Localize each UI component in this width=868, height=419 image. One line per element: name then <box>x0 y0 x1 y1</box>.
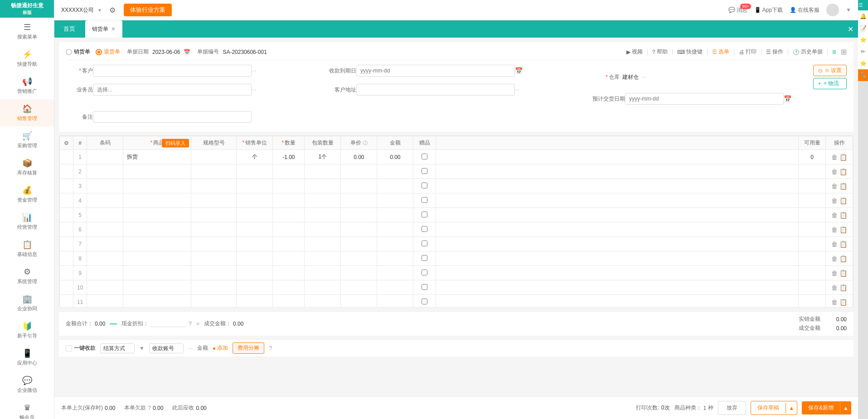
cell-gift[interactable] <box>413 150 436 164</box>
toolbar-action[interactable]: ☰ 操作 <box>766 48 783 56</box>
cell-pkgqty[interactable]: 1个 <box>305 150 341 164</box>
cell-spec[interactable] <box>191 208 237 222</box>
cell-price[interactable] <box>341 251 377 266</box>
price-info-icon[interactable]: ⓘ <box>363 140 368 145</box>
warehouse-dots[interactable]: ··· <box>641 74 646 80</box>
address-input[interactable] <box>356 84 515 96</box>
copy-row-icon[interactable]: 📋 <box>839 168 847 175</box>
payment-checkbox-box[interactable] <box>66 345 72 352</box>
sidebar-item-enterprise[interactable]: 🏢 企业协同 <box>0 289 54 317</box>
gift-checkbox[interactable] <box>422 270 427 275</box>
user-dropdown-arrow[interactable]: ▼ <box>846 7 851 13</box>
gift-checkbox[interactable] <box>422 212 427 217</box>
cell-gift[interactable] <box>413 251 436 266</box>
delete-row-icon[interactable]: 🗑 <box>831 255 838 262</box>
cell-gift[interactable] <box>413 164 436 179</box>
cell-qty[interactable] <box>273 295 305 308</box>
customer-input[interactable] <box>93 65 252 77</box>
cell-product[interactable] <box>123 193 191 208</box>
account-dots[interactable]: ··· <box>188 345 193 352</box>
sidebar-item-member[interactable]: ♛ 畅会员 <box>0 398 54 419</box>
delete-row-icon[interactable]: 🗑 <box>831 284 838 291</box>
cell-product[interactable] <box>123 295 191 308</box>
cell-qty[interactable] <box>273 251 305 266</box>
tab-home[interactable]: 首页 <box>54 20 84 38</box>
float-btn-itl[interactable]: Itl <box>858 0 868 10</box>
company-selector[interactable]: XXXXXX公司 ▼ <box>61 6 102 14</box>
cell-price[interactable] <box>341 295 377 308</box>
app-download-button[interactable]: 📱 App下载 <box>754 6 783 14</box>
cell-gift[interactable] <box>413 266 436 280</box>
cell-pkgqty[interactable] <box>305 193 341 208</box>
cell-spec[interactable] <box>191 295 237 308</box>
th-settings[interactable]: ⚙ <box>60 136 73 150</box>
delete-row-icon[interactable]: 🗑 <box>831 197 838 204</box>
gift-checkbox[interactable] <box>422 226 427 232</box>
toolbar-help[interactable]: ? 帮助 <box>652 48 668 56</box>
add-payment-button[interactable]: ● 添加 <box>213 344 228 352</box>
cell-unit[interactable] <box>237 222 273 237</box>
copy-row-icon[interactable]: 📋 <box>839 212 847 219</box>
cell-barcode[interactable] <box>87 150 123 164</box>
cell-price[interactable] <box>341 208 377 222</box>
delete-row-icon[interactable]: 🗑 <box>831 154 838 161</box>
cell-amount[interactable] <box>377 251 413 266</box>
cell-barcode[interactable] <box>87 237 123 251</box>
float-btn-edit[interactable]: ✏ <box>858 46 868 58</box>
gift-checkbox[interactable] <box>422 284 427 290</box>
online-support-button[interactable]: 👤 在线客服 <box>790 6 820 14</box>
cell-amount[interactable] <box>377 280 413 295</box>
delete-row-icon[interactable]: 🗑 <box>831 270 838 277</box>
cell-pkgqty[interactable] <box>305 179 341 193</box>
toolbar-shortcut[interactable]: ⌨ 快捷键 <box>677 48 703 56</box>
cell-pkgqty[interactable] <box>305 280 341 295</box>
toolbar-history[interactable]: 🕐 历史单据 <box>793 48 823 56</box>
abandon-button[interactable]: 放弃 <box>718 401 746 415</box>
sidebar-item-quick-nav[interactable]: ⚡ 快捷导航 <box>0 45 54 72</box>
sidebar-item-search[interactable]: ☰ 搜索菜单 <box>0 18 54 45</box>
sidebar-item-appstore[interactable]: 📱 应用中心 <box>0 344 54 371</box>
payment-method-select[interactable]: 结算方式 <box>100 343 135 353</box>
scan-button[interactable]: 扫码录入 <box>162 139 189 147</box>
salesperson-input[interactable] <box>93 84 252 96</box>
cell-pkgqty[interactable] <box>305 295 341 308</box>
cell-product[interactable] <box>123 266 191 280</box>
cell-amount[interactable] <box>377 295 413 308</box>
cell-barcode[interactable] <box>87 193 123 208</box>
cell-unit[interactable]: 个 <box>237 150 273 164</box>
toolbar-video[interactable]: ▶ 视频 <box>626 48 643 56</box>
payment-method-dropdown[interactable]: ▼ <box>139 345 145 352</box>
cell-qty[interactable] <box>273 222 305 237</box>
copy-row-icon[interactable]: 📋 <box>839 241 847 248</box>
cell-unit[interactable] <box>237 208 273 222</box>
cell-product[interactable] <box>123 179 191 193</box>
view-toggle-grid[interactable]: ⊞ <box>841 48 847 56</box>
delete-row-icon[interactable]: 🗑 <box>831 299 838 306</box>
discount-help-icon[interactable]: ? <box>189 321 192 327</box>
cell-product[interactable] <box>123 222 191 237</box>
save-new-button[interactable]: 保存&新增 <box>802 401 840 414</box>
company-settings-icon[interactable]: ⚙ <box>109 6 116 14</box>
cell-amount[interactable] <box>377 222 413 237</box>
cell-spec[interactable] <box>191 164 237 179</box>
user-avatar[interactable] <box>826 4 839 16</box>
cell-price[interactable]: 0.00 <box>341 150 377 164</box>
gift-checkbox[interactable] <box>422 299 427 304</box>
cell-unit[interactable] <box>237 193 273 208</box>
gift-checkbox[interactable] <box>422 168 427 174</box>
cell-qty[interactable] <box>273 179 305 193</box>
address-dots[interactable]: ··· <box>515 87 519 93</box>
cell-unit[interactable] <box>237 251 273 266</box>
cell-gift[interactable] <box>413 208 436 222</box>
cell-spec[interactable] <box>191 266 237 280</box>
payment-account-select[interactable]: 收款账号 <box>149 343 184 353</box>
settings-button[interactable]: ⊙ ⊙ 设置 <box>813 65 847 76</box>
float-btn-star2[interactable]: ⭐ <box>858 58 868 69</box>
float-btn-tools[interactable]: 🔧 <box>858 69 868 81</box>
cell-amount[interactable]: 0.00 <box>377 150 413 164</box>
tab-sales-order[interactable]: 销货单 ✕ <box>85 20 122 38</box>
cell-gift[interactable] <box>413 237 436 251</box>
cell-pkgqty[interactable] <box>305 266 341 280</box>
sidebar-item-wechat[interactable]: 💬 企业微信 <box>0 371 54 398</box>
delete-row-icon[interactable]: 🗑 <box>831 168 838 175</box>
